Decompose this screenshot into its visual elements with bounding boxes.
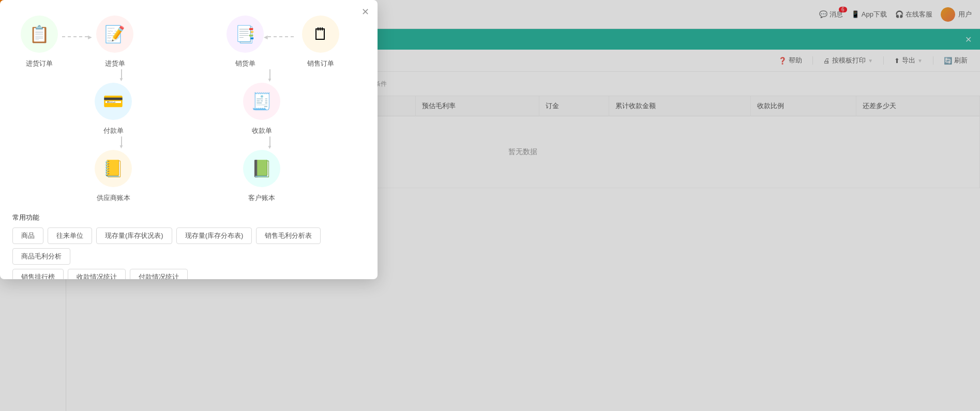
popup-dialog: ✕ 📋 进货订单 (66, 0, 378, 279)
common-buttons-row2: 销售排行榜 收款情况统计 付款情况统计 (66, 269, 365, 279)
sales-bill-circle: 📑 (227, 16, 264, 53)
sales-order-circle: 🗒 (302, 16, 339, 53)
sales-bill-label: 销货单 (235, 59, 255, 68)
receipt-icon: 🧾 (251, 92, 272, 111)
purchase-bill-icon: 📝 (104, 24, 125, 44)
purchase-bill-label: 进货单 (105, 59, 125, 68)
customer-ledger-circle: 📗 (243, 150, 280, 187)
btn-payment-stat[interactable]: 付款情况统计 (130, 269, 188, 279)
popup-overlay: ✕ 📋 进货订单 (66, 0, 980, 411)
purchase-bill-circle: 📝 (96, 16, 133, 53)
flow-node-customer-ledger[interactable]: 📗 客户账本 (243, 150, 280, 203)
content-wrapper: ❓ 帮助 🖨 按模板打印 ▼ ⬆ 导出 ▼ 🔄 刷新 (66, 50, 980, 411)
receipt-circle: 🧾 (243, 83, 280, 120)
customer-ledger-label: 客户账本 (248, 193, 275, 203)
common-functions-title: 常用功能 (66, 213, 365, 222)
flow-node-purchase-bill[interactable]: 📝 进货单 (96, 16, 133, 68)
flow-diagram-section: 📋 进货订单 ▶ 📝 (66, 0, 378, 213)
payment-label: 付款单 (103, 126, 124, 135)
btn-sales-gross[interactable]: 销售毛利分析表 (256, 227, 321, 244)
flow-node-payment[interactable]: 💳 付款单 (95, 83, 132, 135)
btn-stock-status[interactable]: 现存量(库存状况表) (96, 227, 172, 244)
btn-goods-gross[interactable]: 商品毛利分析 (66, 248, 70, 265)
flow-node-receipt[interactable]: 🧾 收款单 (243, 83, 280, 135)
common-buttons-row1: 商品 往来单位 现存量(库存状况表) 现存量(库存分布表) 销售毛利分析表 商品… (66, 227, 365, 265)
common-functions-section: 常用功能 商品 往来单位 现存量(库存状况表) 现存量(库存分布表) 销售毛利分… (66, 213, 378, 279)
btn-stock-dist[interactable]: 现存量(库存分布表) (176, 227, 252, 244)
supplier-ledger-icon: 📒 (103, 159, 124, 178)
supplier-ledger-label: 供应商账本 (97, 193, 130, 203)
btn-suppliers[interactable]: 往来单位 (66, 227, 92, 244)
customer-ledger-icon: 📗 (251, 159, 272, 178)
main-area: 装备及固定资产辅助管理系统 ▼ ⚙ 体验行业方案 💬 消息 6 📱 App下载 … (66, 0, 980, 411)
supplier-ledger-circle: 📒 (95, 150, 132, 187)
payment-circle: 💳 (95, 83, 132, 120)
flow-node-sales-order[interactable]: 🗒 销售订单 (302, 16, 339, 68)
sales-order-label: 销售订单 (307, 59, 334, 68)
btn-receipt-stat[interactable]: 收款情况统计 (68, 269, 126, 279)
flow-node-sales-bill[interactable]: 📑 销货单 (227, 16, 264, 68)
sales-bill-icon: 📑 (235, 24, 255, 44)
receipt-label: 收款单 (252, 126, 272, 135)
sales-order-icon: 🗒 (312, 25, 329, 44)
flow-node-supplier-ledger[interactable]: 📒 供应商账本 (95, 150, 132, 203)
payment-icon: 💳 (103, 92, 124, 111)
popup-close-button[interactable]: ✕ (361, 6, 369, 18)
